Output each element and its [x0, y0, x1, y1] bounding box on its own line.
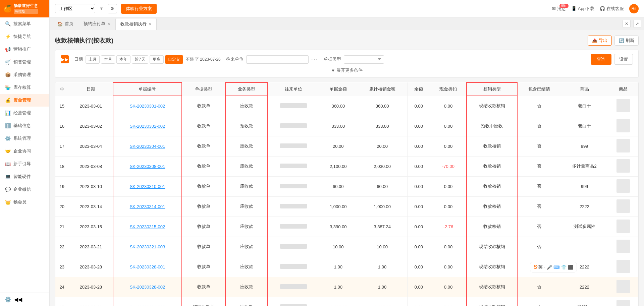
doc-link[interactable]: SK-20230314-001	[130, 204, 165, 209]
doc-link[interactable]: SK-20230321-003	[130, 244, 165, 249]
main-area: 工作区 ▼ ⚙ 体验行业方案 ✉ 消息 99+ 📱 App下载 🎧 在线客服 R…	[50, 0, 644, 306]
sidebar-item-14[interactable]: 👑畅会员	[0, 196, 49, 208]
tab-prepay[interactable]: 预约应付单 ✕	[78, 17, 115, 30]
col-biztype-header[interactable]: 业务类型	[225, 82, 268, 96]
doctype-select[interactable]	[344, 55, 384, 64]
cell-doctype: 收款单	[182, 257, 226, 277]
messages-button[interactable]: ✉ 消息 99+	[552, 6, 566, 12]
sidebar-item-4[interactable]: 📦采购管理	[0, 68, 49, 81]
collapse-icon[interactable]: ◀◀	[14, 296, 22, 303]
online-service-button[interactable]: 🎧 在线客服	[600, 6, 624, 12]
tab-close-prepay[interactable]: ✕	[107, 22, 110, 26]
cell-discount: 0.00	[430, 136, 467, 156]
doc-link[interactable]: SK-20230308-001	[130, 164, 165, 169]
user-avatar[interactable]: Rit	[629, 4, 639, 13]
col-date-header[interactable]: 日期	[69, 82, 113, 96]
col-doctype-header[interactable]: 单据类型	[182, 82, 226, 96]
query-button[interactable]: 查询	[591, 54, 611, 65]
cell-doctype: 收款单	[182, 217, 226, 237]
tab-home[interactable]: 🏠 首页	[52, 17, 78, 30]
col-discount-header[interactable]: 现金折扣	[430, 82, 467, 96]
sidebar-item-8[interactable]: ℹ️基础信息	[0, 119, 49, 132]
cell-product1: 999	[561, 136, 608, 156]
tab-close-collection[interactable]: ✕	[149, 22, 152, 26]
filter-this-year[interactable]: 本年	[116, 55, 130, 64]
cell-doctype: 收款单	[182, 96, 226, 116]
col-canceltype-header[interactable]: 核销类型	[467, 82, 517, 96]
cell-no: 18	[55, 156, 69, 176]
col-product1-header[interactable]: 商品	[561, 82, 608, 96]
doc-link[interactable]: SK-20230304-001	[130, 144, 165, 149]
settings-button[interactable]: 设置	[614, 54, 633, 65]
col-partner-header[interactable]: 往来单位	[268, 82, 319, 96]
tab-collection[interactable]: 收款核销执行 ✕	[115, 18, 157, 30]
cell-amount: 360.00	[319, 96, 357, 116]
cell-cancel-amount: 1.00	[357, 257, 408, 277]
cell-date: 2023-03-15	[69, 217, 113, 237]
sidebar-item-9[interactable]: ⚙️系统管理	[0, 132, 49, 145]
cell-no: 25	[55, 297, 69, 306]
workspace-select[interactable]: 工作区	[55, 4, 95, 13]
col-amount-header[interactable]: 单据金额	[319, 82, 357, 96]
export-button[interactable]: 📤 导出	[588, 36, 612, 46]
app-download-button[interactable]: 📱 App下载	[571, 6, 594, 12]
filter-this-month[interactable]: 本月	[101, 55, 115, 64]
filter-expand-button[interactable]: ▼ 展开更多条件	[61, 65, 633, 73]
cell-discount: 0.00	[430, 176, 467, 196]
cell-biztype: 应收款	[225, 156, 268, 176]
tab-expand-button[interactable]: ⤢	[633, 20, 641, 28]
cell-date: 2023-03-01	[69, 96, 113, 116]
filter-last-month[interactable]: 上月	[86, 55, 100, 64]
cell-product1: 999	[561, 176, 608, 196]
tabbar: 🏠 首页 预约应付单 ✕ 收款核销执行 ✕ ✕ ⤢	[50, 17, 644, 30]
cell-discount: 0.00	[430, 96, 467, 116]
cell-partner	[268, 257, 319, 277]
sidebar-icon-14: 👑	[5, 199, 11, 205]
cell-docno: SK-20230310-001	[113, 176, 182, 196]
cell-doctype: 收款单	[182, 237, 226, 257]
cell-cancel-type: 收款核销	[467, 196, 517, 217]
cell-no: 24	[55, 277, 69, 297]
col-balance-header[interactable]: 余额	[407, 82, 430, 96]
doc-link[interactable]: SK-20230310-001	[130, 184, 165, 189]
doc-link[interactable]: SK-20230328-001	[130, 264, 165, 269]
message-icon: ✉	[552, 6, 556, 11]
filter-custom-date[interactable]: 自定义	[165, 55, 183, 64]
filter-last-7days[interactable]: 近7天	[132, 55, 148, 64]
col-docno-header[interactable]: 单据编号	[113, 82, 182, 96]
solution-button[interactable]: 体验行业方案	[121, 4, 157, 14]
filter-bar: ▶▶ 日期 上月 本月 本年 近7天 更多 自定义 不限 至 2023-07-2…	[55, 50, 639, 78]
filter-toggle-button[interactable]: ▶▶	[61, 55, 69, 63]
cell-amount: 10.00	[319, 237, 357, 257]
sidebar-item-11[interactable]: 📖新手引导	[0, 158, 49, 170]
tab-close-all-button[interactable]: ✕	[623, 20, 631, 28]
cell-docno: SK-20230302-002	[113, 116, 182, 136]
doc-link[interactable]: SK-20230315-002	[130, 224, 165, 229]
sidebar-item-10[interactable]: 🤝企业协同	[0, 145, 49, 158]
sidebar-item-2[interactable]: 📢营销推广	[0, 43, 49, 56]
sidebar-item-5[interactable]: 🏪库存核算	[0, 81, 49, 94]
sidebar-item-13[interactable]: 💬企业微信	[0, 183, 49, 196]
sidebar-item-3[interactable]: 🛒销售管理	[0, 56, 49, 68]
doc-link[interactable]: SK-20230328-002	[130, 285, 165, 290]
doc-link[interactable]: SK-20230301-002	[130, 104, 165, 109]
column-settings-icon[interactable]: ⚙	[60, 86, 64, 91]
sidebar-item-6[interactable]: 💰资金管理	[0, 94, 49, 107]
sidebar-item-7[interactable]: 📊经营管理	[0, 107, 49, 119]
doc-link[interactable]: SK-20230302-002	[130, 124, 165, 129]
doc-link[interactable]: SK-20230331-002	[130, 305, 165, 306]
col-settled-header[interactable]: 包含已结清	[517, 82, 561, 96]
sidebar-icon-8: ℹ️	[5, 123, 11, 128]
cell-biztype: 应收款	[225, 237, 268, 257]
col-product2-header[interactable]: 商品	[608, 82, 638, 96]
sidebar-item-12[interactable]: 💻智能硬件	[0, 170, 49, 183]
settings-icon[interactable]: ⚙️	[5, 296, 11, 303]
col-cancelamt-header[interactable]: 累计核销金额	[357, 82, 408, 96]
sidebar-item-1[interactable]: ⚡快捷导航	[0, 30, 49, 43]
sidebar-item-0[interactable]: 🔍搜索菜单	[0, 17, 49, 30]
partner-input[interactable]	[246, 55, 309, 64]
gear-icon[interactable]: ⚙	[108, 4, 117, 13]
filter-more-date[interactable]: 更多	[150, 55, 164, 64]
refresh-button[interactable]: 🔄 刷新	[614, 36, 639, 46]
phone-icon: 📱	[571, 6, 577, 11]
